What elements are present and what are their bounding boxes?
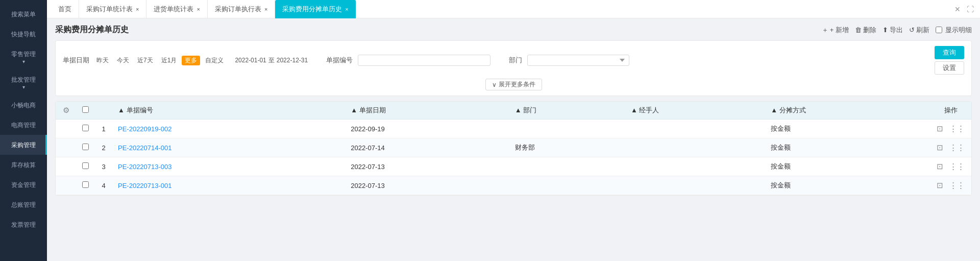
date-btn-more[interactable]: 更多: [182, 56, 200, 65]
tab-purchase-order-exec[interactable]: 采购订单执行表 ×: [208, 0, 275, 18]
table-header-row: ⚙ ▲ 单据编号 ▲ 单据日期: [56, 102, 971, 120]
sidebar-item-ecommerce[interactable]: 电商管理: [0, 115, 47, 135]
row-handler-cell: [626, 157, 766, 176]
table-row: 3 PE-20220713-003 2022-07-13 按金额 ⊡ ⋮⋮: [56, 157, 971, 176]
delete-icon: 🗑: [855, 26, 862, 34]
row-checkbox[interactable]: [82, 162, 89, 169]
window-maximize-icon[interactable]: ⛶: [967, 5, 974, 13]
row-dept-cell: [510, 157, 626, 176]
row-number-cell: 2: [94, 138, 113, 157]
doc-no-label: 单据编号: [326, 56, 353, 65]
row-ops-cell: ⊡ ⋮⋮: [930, 157, 971, 176]
dept-label: 部门: [509, 56, 522, 65]
view-icon[interactable]: ⊡: [935, 142, 945, 153]
show-columns-checkbox[interactable]: [936, 27, 942, 33]
doc-no-link[interactable]: PE-20220714-001: [118, 144, 172, 152]
view-icon[interactable]: ⊡: [935, 180, 945, 191]
delete-button[interactable]: 🗑 删除: [855, 26, 876, 35]
tab-close-purchase-goods-stats[interactable]: ×: [197, 6, 200, 12]
sidebar-item-inventory[interactable]: 库存核算: [0, 155, 47, 175]
tab-home[interactable]: 首页: [51, 0, 79, 18]
sidebar-item-ledger[interactable]: 总账管理: [0, 195, 47, 215]
tab-close-purchase-order-stats[interactable]: ×: [136, 6, 139, 12]
tab-purchase-order-stats[interactable]: 采购订单统计表 ×: [79, 0, 146, 18]
date-btn-today[interactable]: 今天: [114, 56, 132, 65]
tab-bar-right: ✕ ⛶: [954, 5, 980, 13]
search-button[interactable]: 查询: [935, 46, 964, 59]
col-checkbox: [76, 102, 94, 120]
table-row: 1 PE-20220919-002 2022-09-19 按金额 ⊡ ⋮⋮: [56, 120, 971, 138]
sidebar-item-search[interactable]: 搜索菜单: [0, 4, 47, 24]
sidebar-item-quick-nav[interactable]: 快捷导航: [0, 24, 47, 44]
date-btn-yesterday[interactable]: 昨天: [93, 56, 112, 65]
table-row: 4 PE-20220713-001 2022-07-13 按金额 ⊡ ⋮⋮: [56, 176, 971, 195]
more-ops-icon[interactable]: ⋮⋮: [948, 180, 966, 191]
row-checkbox-cell: [76, 120, 94, 138]
col-doc-no: ▲ 单据编号: [113, 102, 346, 120]
view-icon[interactable]: ⊡: [935, 161, 945, 172]
more-ops-icon[interactable]: ⋮⋮: [948, 142, 966, 153]
sidebar: 搜索菜单 快捷导航 零售管理 ▾ 批发管理 ▾ 小畅电商 电商管理 采购管理 库…: [0, 0, 47, 261]
doc-no-link[interactable]: PE-20220713-003: [118, 163, 172, 171]
doc-no-input[interactable]: [358, 55, 491, 66]
add-button[interactable]: ＋ + 新增: [822, 26, 849, 35]
row-settings-cell: [56, 176, 76, 195]
date-separator: 至: [268, 56, 275, 65]
select-all-checkbox[interactable]: [82, 106, 89, 113]
view-icon[interactable]: ⊡: [935, 123, 945, 134]
sidebar-item-finance[interactable]: 资金管理: [0, 175, 47, 195]
date-btn-custom[interactable]: 自定义: [202, 56, 227, 65]
row-checkbox[interactable]: [82, 181, 89, 188]
content-area: 采购费用分摊单历史 ＋ + 新增 🗑 删除 ⬆ 导出 ↺ 刷新: [47, 18, 980, 261]
tab-close-purchase-cost-history[interactable]: ×: [345, 6, 348, 12]
row-settings-cell: [56, 138, 76, 157]
data-table: ⚙ ▲ 单据编号 ▲ 单据日期: [56, 102, 971, 195]
col-handler: ▲ 经手人: [626, 102, 766, 120]
row-doc-date-cell: 2022-07-13: [346, 157, 510, 176]
header-actions: ＋ + 新增 🗑 删除 ⬆ 导出 ↺ 刷新 显示明细: [822, 26, 972, 35]
row-number-cell: 4: [94, 176, 113, 195]
expand-more-button[interactable]: ∨ 展开更多条件: [485, 79, 542, 90]
dept-select[interactable]: 财务部: [527, 55, 629, 66]
sidebar-item-wholesale[interactable]: 批发管理 ▾: [0, 69, 47, 95]
row-doc-date-cell: 2022-07-14: [346, 138, 510, 157]
column-settings-icon[interactable]: ⚙: [63, 106, 69, 114]
window-close-icon[interactable]: ✕: [954, 5, 961, 13]
row-split-method-cell: 按金额: [766, 138, 930, 157]
sidebar-item-invoice[interactable]: 发票管理: [0, 215, 47, 234]
row-settings-cell: [56, 120, 76, 138]
col-ops: 操作: [930, 102, 971, 120]
row-split-method-cell: 按金额: [766, 176, 930, 195]
row-dept-cell: [510, 120, 626, 138]
doc-no-link[interactable]: PE-20220919-002: [118, 125, 172, 133]
row-doc-no-cell: PE-20220714-001: [113, 138, 346, 157]
row-split-method-cell: 按金额: [766, 157, 930, 176]
expand-more-row: ∨ 展开更多条件: [63, 79, 964, 90]
row-number-cell: 3: [94, 157, 113, 176]
date-filter-group: 单据日期 昨天 今天 近7天 近1月 更多 自定义: [63, 56, 227, 65]
row-checkbox[interactable]: [82, 144, 89, 150]
col-settings: ⚙: [56, 102, 76, 120]
refresh-button[interactable]: ↺ 刷新: [909, 26, 929, 35]
tab-bar: 首页 采购订单统计表 × 进货单统计表 × 采购订单执行表 × 采购费用分摊单历…: [47, 0, 980, 18]
more-ops-icon[interactable]: ⋮⋮: [948, 161, 966, 172]
row-checkbox-cell: [76, 176, 94, 195]
row-dept-cell: [510, 176, 626, 195]
row-handler-cell: [626, 176, 766, 195]
export-button[interactable]: ⬆ 导出: [883, 26, 903, 35]
more-ops-icon[interactable]: ⋮⋮: [948, 123, 966, 134]
date-btn-1month[interactable]: 近1月: [158, 56, 180, 65]
chevron-down-icon: ∨: [492, 81, 497, 88]
row-checkbox[interactable]: [82, 125, 89, 131]
tab-close-purchase-order-exec[interactable]: ×: [264, 6, 267, 12]
date-btn-7days[interactable]: 近7天: [134, 56, 156, 65]
sidebar-item-purchase[interactable]: 采购管理: [0, 135, 47, 155]
sidebar-item-mini-shop[interactable]: 小畅电商: [0, 95, 47, 115]
show-columns-button[interactable]: 显示明细: [936, 26, 972, 35]
sidebar-item-retail[interactable]: 零售管理 ▾: [0, 44, 47, 69]
doc-no-link[interactable]: PE-20220713-001: [118, 182, 172, 189]
tab-purchase-cost-history[interactable]: 采购费用分摊单历史 ×: [275, 0, 356, 18]
filter-settings-button[interactable]: 设置: [935, 61, 964, 75]
tab-purchase-goods-stats[interactable]: 进货单统计表 ×: [146, 0, 207, 18]
add-icon: ＋: [822, 26, 828, 35]
